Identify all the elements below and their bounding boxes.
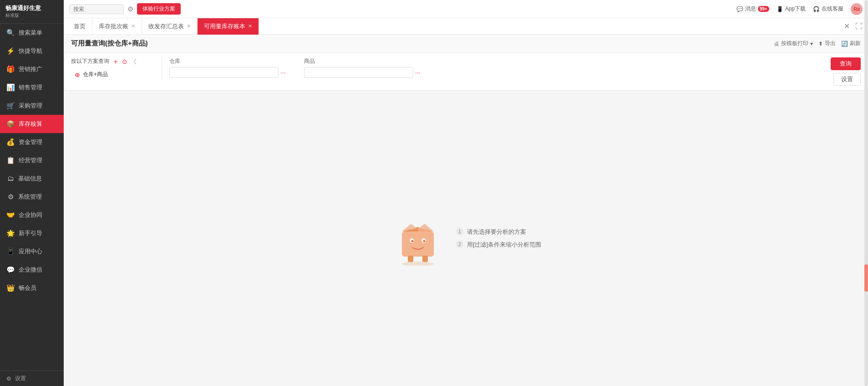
service-action[interactable]: 🎧 在线客服 <box>813 5 843 13</box>
settings-scheme-icon[interactable]: ⊙ <box>122 58 127 65</box>
sidebar-label-basic: 基础信息 <box>18 175 42 183</box>
export-action[interactable]: ⬆ 导出 <box>818 40 836 47</box>
user-avatar[interactable]: Rit <box>851 3 863 15</box>
query-button[interactable]: 查询 <box>831 57 861 70</box>
message-action[interactable]: 💬 消息 99+ <box>736 5 769 13</box>
filter-actions: 查询 设置 <box>824 57 861 86</box>
headset-icon: 🎧 <box>813 6 820 12</box>
goods-field-label: 商品 <box>304 57 431 65</box>
sidebar-item-search[interactable]: 🔍搜索菜单 <box>0 24 64 42</box>
page-title: 可用量查询(按仓库+商品) <box>71 39 148 48</box>
scheme-icon: ⊕ <box>75 71 80 78</box>
message-icon: 💬 <box>736 6 743 12</box>
sidebar-label-marketing: 营销推广 <box>19 65 42 73</box>
tab-close-summary[interactable]: ✕ <box>187 23 191 29</box>
sidebar-item-marketing[interactable]: 🎁营销推广 <box>0 60 64 78</box>
gear-icon[interactable]: ⚙ <box>127 5 133 13</box>
sidebar-label-sales: 销售管理 <box>19 83 42 92</box>
sidebar-item-newbie[interactable]: 🌟新手引导 <box>0 224 64 242</box>
right-scrollbar[interactable] <box>864 0 868 386</box>
sidebar-label-shortcut: 快捷导航 <box>19 47 42 55</box>
trial-button[interactable]: 体验行业方案 <box>137 3 181 15</box>
shortcut-icon: ⚡ <box>6 47 15 55</box>
refresh-icon: 🔄 <box>841 41 848 47</box>
scheme-item-label: 仓库+商品 <box>83 71 108 78</box>
sidebar-item-finance[interactable]: 💰资金管理 <box>0 133 64 151</box>
sidebar-item-purchase[interactable]: 🛒采购管理 <box>0 97 64 115</box>
sidebar: 畅康通好生意 标准版 🔍搜索菜单⚡快捷导航🎁营销推广📊销售管理🛒采购管理📦库存核… <box>0 0 64 386</box>
tab-batch[interactable]: 库存批次账✕ <box>92 18 142 35</box>
tab-label-batch: 库存批次账 <box>99 22 128 31</box>
sidebar-label-system: 系统管理 <box>18 193 42 201</box>
sidebar-bottom-settings[interactable]: ⚙ 设置 <box>0 371 64 386</box>
empty-hint-1: 1 请先选择要分析的方案 <box>456 228 541 236</box>
print-action[interactable]: 🖨 按模板打印 ▾ <box>774 40 813 47</box>
wechat-icon: 💬 <box>6 266 15 274</box>
marketing-icon: 🎁 <box>6 65 15 73</box>
add-scheme-icon[interactable]: ＋ <box>112 58 119 65</box>
tab-close-batch[interactable]: ✕ <box>131 23 135 29</box>
maximize-tab-button[interactable]: ⛶ <box>853 22 864 31</box>
close-tab-button[interactable]: ✕ <box>842 22 852 31</box>
svg-point-7 <box>411 240 413 242</box>
warehouse-input[interactable] <box>169 67 279 78</box>
phone-icon: 📱 <box>777 6 783 12</box>
service-label: 在线客服 <box>822 5 843 13</box>
step-2-icon: 2 <box>456 241 463 248</box>
sidebar-label-operation: 经营管理 <box>19 156 42 165</box>
svg-point-11 <box>402 262 434 266</box>
search-input[interactable] <box>69 4 124 14</box>
empty-hint-2-text: 用[过滤]条件来缩小分析范围 <box>467 241 541 249</box>
newbie-icon: 🌟 <box>6 229 15 237</box>
avatar-icon: Rit <box>851 3 863 15</box>
filter-field-goods: 商品 ··· <box>304 57 431 78</box>
settings-button[interactable]: 设置 <box>833 73 861 86</box>
sidebar-label-appstore: 应用中心 <box>19 247 42 256</box>
sidebar-label-search: 搜索菜单 <box>19 29 42 37</box>
goods-input[interactable] <box>304 67 413 78</box>
goods-more-btn[interactable]: ··· <box>415 69 421 76</box>
settings-icon: ⚙ <box>6 376 11 382</box>
empty-hint-1-text: 请先选择要分析的方案 <box>467 228 526 236</box>
tab-home[interactable]: 首页 <box>67 18 92 35</box>
sidebar-item-wechat[interactable]: 💬企业微信 <box>0 261 64 279</box>
appstore-icon: 📱 <box>6 247 15 256</box>
sidebar-logo: 畅康通好生意 标准版 <box>0 0 64 24</box>
sidebar-item-inventory[interactable]: 📦库存核算 <box>0 115 64 133</box>
refresh-action[interactable]: 🔄 刷新 <box>841 40 861 47</box>
basic-icon: 🗂 <box>6 175 15 182</box>
print-label: 按模板打印 <box>781 40 808 47</box>
chevron-down-icon: ▾ <box>810 41 813 47</box>
page-header-actions: 🖨 按模板打印 ▾ ⬆ 导出 🔄 刷新 <box>774 40 861 47</box>
sidebar-label-inventory: 库存核算 <box>19 120 42 128</box>
tab-close-available[interactable]: ✕ <box>248 23 252 29</box>
sidebar-item-enterprise[interactable]: 🤝企业协同 <box>0 206 64 224</box>
warehouse-more-btn[interactable]: ··· <box>280 69 286 76</box>
sidebar-item-shortcut[interactable]: ⚡快捷导航 <box>0 42 64 60</box>
svg-rect-9 <box>408 256 413 262</box>
warehouse-field-label: 仓库 <box>169 57 297 65</box>
sidebar-item-member[interactable]: 👑畅会员 <box>0 279 64 297</box>
app-download-action[interactable]: 📱 App下载 <box>777 5 806 13</box>
refresh-label: 刷新 <box>850 40 861 47</box>
content-area: 按以下方案查询 ＋ ⊙ 《 ⊕ 仓库+商品 仓库 ··· <box>64 53 868 386</box>
purchase-icon: 🛒 <box>6 102 15 110</box>
tab-label-summary: 收发存汇总表 <box>148 22 184 31</box>
sidebar-item-appstore[interactable]: 📱应用中心 <box>0 242 64 261</box>
export-label: 导出 <box>825 40 836 47</box>
svg-point-8 <box>423 240 425 242</box>
sidebar-label-wechat: 企业微信 <box>19 266 42 274</box>
message-badge: 99+ <box>758 6 769 12</box>
sidebar-item-sales[interactable]: 📊销售管理 <box>0 78 64 97</box>
tab-summary[interactable]: 收发存汇总表✕ <box>142 18 198 35</box>
sidebar-item-system[interactable]: ⚙系统管理 <box>0 188 64 206</box>
filter-fields: 仓库 ··· 商品 ··· <box>169 57 817 78</box>
sidebar-item-operation[interactable]: 📋经营管理 <box>0 151 64 170</box>
goods-input-row: ··· <box>304 67 431 78</box>
tab-available[interactable]: 可用量库存账本✕ <box>198 18 259 35</box>
collapse-icon[interactable]: 《 <box>130 58 137 65</box>
scheme-item-warehouse-goods[interactable]: ⊕ 仓库+商品 <box>71 69 154 80</box>
tabs-bar: 首页库存批次账✕收发存汇总表✕可用量库存账本✕ ✕ ⛶ <box>64 18 868 35</box>
sidebar-label-newbie: 新手引导 <box>19 229 42 237</box>
sidebar-item-basic[interactable]: 🗂基础信息 <box>0 170 64 188</box>
